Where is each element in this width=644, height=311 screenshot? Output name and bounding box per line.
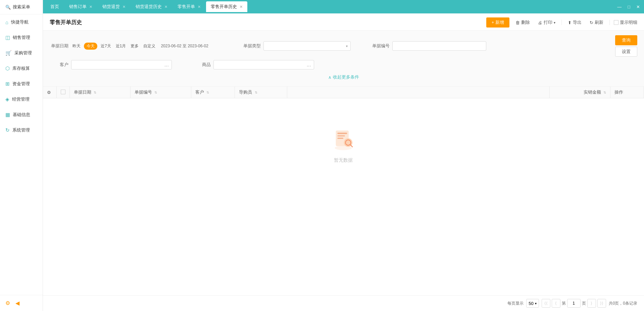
date-shortcut-7days[interactable]: 近7天 — [99, 43, 112, 50]
toolbar-divider2 — [609, 20, 610, 25]
refresh-label: 刷新 — [595, 19, 603, 25]
date-shortcut-today[interactable]: 今天 — [84, 43, 97, 50]
tab-sales-return[interactable]: 销货退货 ✕ — [98, 1, 130, 12]
date-shortcut-yesterday[interactable]: 昨天 — [71, 43, 82, 50]
sidebar-search[interactable]: 🔍 搜索采单 — [0, 0, 43, 14]
table-header-row: ⚙ 单据日期 ⇅ 单据编号 ⇅ — [43, 87, 644, 98]
operations-icon: ◈ — [5, 96, 9, 102]
collapse-label: 收起更多条件 — [333, 74, 359, 80]
bill-no-input[interactable] — [392, 41, 486, 51]
date-shortcut-1month[interactable]: 近1月 — [114, 43, 128, 50]
query-button[interactable]: 查询 — [615, 35, 637, 45]
content-area: 零售开单历史 + 新增 🗑 删除 🖨 打印 ▾ ⬆ 导出 ↻ — [43, 13, 644, 311]
sidebar-item-quick-nav[interactable]: ⌂ 快捷导航 — [0, 14, 43, 30]
sidebar-item-finance[interactable]: ⊞ 资金管理 — [0, 76, 43, 92]
sidebar-item-purchase-mgmt[interactable]: 🛒 采购管理 — [0, 45, 43, 61]
tab-sales-return-history[interactable]: 销货退货历史 ✕ — [131, 1, 172, 12]
sidebar-bottom: ⚙ ◀ — [0, 295, 43, 311]
sidebar-item-inventory[interactable]: ⬡ 库存核算 — [0, 61, 43, 76]
page-nav: ⟨⟨ ⟨ 第 页 ⟩ ⟩⟩ — [542, 299, 606, 308]
date-shortcut-custom[interactable]: 自定义 — [142, 43, 157, 50]
tab-sales-return-history-close[interactable]: ✕ — [164, 5, 167, 9]
sidebar-item-sys-mgmt[interactable]: ↻ 系统管理 — [0, 122, 43, 138]
display-detail-checkbox[interactable] — [614, 20, 618, 25]
select-all-checkbox[interactable] — [61, 90, 65, 94]
finance-icon: ⊞ — [5, 81, 10, 87]
sidebar-item-label: 采购管理 — [14, 50, 32, 56]
export-icon: ⬆ — [568, 20, 572, 25]
sidebar: 🔍 搜索采单 ⌂ 快捷导航 ◫ 销售管理 🛒 采购管理 ⬡ 库存核算 ⊞ 资金管… — [0, 0, 43, 311]
print-button[interactable]: 🖨 打印 ▾ — [536, 18, 557, 27]
th-amount[interactable]: 实销金额 ⇅ — [550, 87, 610, 98]
filter-area: 单据日期 昨天 今天 近7天 近1月 更多 自定义 2023-06-02 至 2… — [43, 31, 644, 87]
th-bill-date[interactable]: 单据日期 ⇅ — [69, 87, 130, 98]
empty-text: 暂无数据 — [334, 157, 353, 163]
tabs-bar: 首页 销售订单 ✕ 销货退货 ✕ 销货退货历史 ✕ 零售开单 ✕ 零售开单历史 … — [43, 0, 644, 13]
tab-sales-order-label: 销售订单 — [69, 4, 87, 10]
th-action: 操作 — [610, 87, 644, 98]
last-page-btn[interactable]: ⟩⟩ — [597, 299, 606, 308]
goods-select[interactable]: ... — [213, 60, 314, 69]
th-action-label: 操作 — [614, 90, 623, 95]
settings-bottom-icon[interactable]: ⚙ — [5, 300, 10, 306]
th-bill-no[interactable]: 单据编号 ⇅ — [130, 87, 191, 98]
refresh-button[interactable]: ↻ 刷新 — [588, 18, 605, 27]
tab-home[interactable]: 首页 — [46, 1, 64, 12]
sidebar-item-sales-mgmt[interactable]: ◫ 销售管理 — [0, 30, 43, 45]
tab-retail-open[interactable]: 零售开单 ✕ — [173, 1, 205, 12]
tab-retail-open-history-close[interactable]: ✕ — [240, 5, 243, 9]
bill-date-sort-icon: ⇅ — [94, 91, 96, 94]
settings-filter-button[interactable]: 设置 — [615, 47, 637, 57]
page-input[interactable] — [567, 299, 581, 308]
export-button[interactable]: ⬆ 导出 — [566, 18, 584, 27]
print-label: 打印 — [544, 19, 552, 25]
page-suffix-label: 页 — [582, 301, 586, 306]
minimize-btn[interactable]: — — [616, 4, 623, 10]
collapse-sidebar-icon[interactable]: ◀ — [15, 300, 19, 306]
next-page-btn[interactable]: ⟩ — [587, 299, 596, 308]
inventory-icon: ⬡ — [5, 65, 10, 71]
collapse-icon: ∧ — [328, 75, 332, 80]
customer-select[interactable]: ... — [71, 60, 172, 69]
per-page-select[interactable]: 50 ▾ — [526, 299, 539, 308]
th-guide[interactable]: 导购员 ⇅ — [235, 87, 287, 98]
sidebar-item-basic-info[interactable]: ▦ 基础信息 — [0, 107, 43, 122]
th-customer-label: 客户 — [195, 90, 204, 95]
bill-no-filter-group: 单据编号 — [371, 41, 486, 51]
window-controls: — □ ✕ — [616, 4, 641, 10]
tab-sales-order-close[interactable]: ✕ — [89, 5, 92, 9]
tab-retail-open-close[interactable]: ✕ — [198, 5, 201, 9]
svg-rect-4 — [338, 138, 344, 139]
close-btn[interactable]: ✕ — [635, 4, 641, 10]
sidebar-item-label: 销售管理 — [13, 35, 30, 41]
per-page-value: 50 — [529, 301, 533, 306]
first-page-btn[interactable]: ⟨⟨ — [542, 299, 550, 308]
home-icon: ⌂ — [5, 19, 8, 25]
date-shortcut-more[interactable]: 更多 — [129, 43, 140, 50]
maximize-btn[interactable]: □ — [626, 4, 632, 10]
delete-button[interactable]: 🗑 删除 — [513, 18, 532, 27]
amount-sort-icon: ⇅ — [603, 91, 606, 94]
tab-sales-order[interactable]: 销售订单 ✕ — [64, 1, 97, 12]
th-customer[interactable]: 客户 ⇅ — [191, 87, 235, 98]
add-button[interactable]: + 新增 — [486, 17, 509, 28]
sidebar-item-operations[interactable]: ◈ 经营管理 — [0, 92, 43, 107]
collapse-filter-btn[interactable]: ∧ 收起更多条件 — [50, 73, 637, 82]
th-bill-no-label: 单据编号 — [135, 90, 152, 95]
sidebar-item-label: 系统管理 — [12, 127, 30, 133]
display-detail-toggle[interactable]: 显示明细 — [614, 19, 637, 25]
th-amount-label: 实销金额 — [584, 90, 601, 95]
tab-sales-return-label: 销货退货 — [102, 4, 120, 10]
print-icon: 🖨 — [538, 20, 542, 25]
print-dropdown-icon: ▾ — [554, 21, 555, 24]
th-settings[interactable]: ⚙ — [43, 87, 56, 98]
bill-type-filter-group: 单据类型 ▾ — [242, 41, 351, 51]
th-checkbox[interactable] — [56, 87, 69, 98]
tab-sales-return-close[interactable]: ✕ — [122, 5, 126, 9]
prev-page-btn[interactable]: ⟨ — [552, 299, 560, 308]
goods-label: 商品 — [192, 62, 211, 68]
tab-retail-open-history[interactable]: 零售开单历史 ✕ — [206, 1, 247, 12]
filter-row-1: 单据日期 昨天 今天 近7天 近1月 更多 自定义 2023-06-02 至 2… — [50, 35, 637, 57]
per-page-label: 每页显示 — [507, 301, 524, 306]
bill-type-select[interactable]: ▾ — [263, 41, 351, 51]
